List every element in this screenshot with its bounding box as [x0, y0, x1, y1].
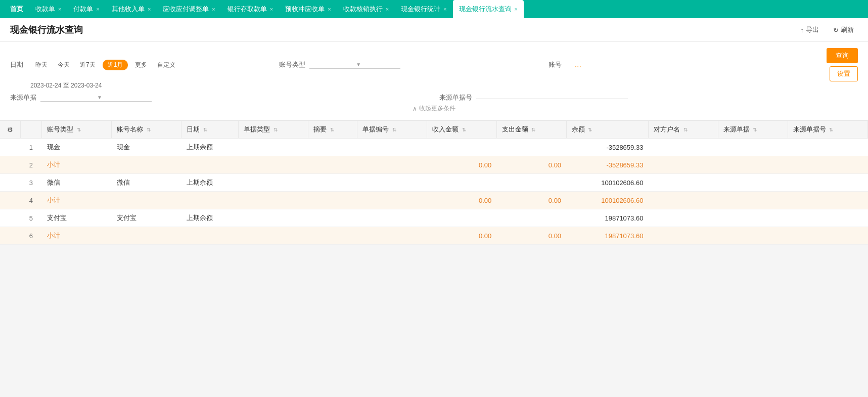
table-row[interactable]: 5支付宝支付宝上期余额19871073.60 [0, 209, 868, 227]
date-btn-custom[interactable]: 自定义 [154, 60, 178, 70]
col-source-doc-no[interactable]: 来源单据号 ⇅ [788, 121, 867, 139]
table-row[interactable]: 3微信微信上期余额100102606.60 [0, 174, 868, 192]
collapse-label: 收起更多条件 [419, 104, 455, 113]
col-doc-type[interactable]: 单据类型 ⇅ [239, 121, 308, 139]
cell-income [427, 209, 496, 227]
sort-icon-2: ⇅ [147, 127, 151, 133]
cell-doc-no [357, 209, 427, 227]
chevron-up-icon: ∧ [413, 105, 417, 112]
collapse-bar[interactable]: ∧ 收起更多条件 [10, 102, 858, 116]
date-btn-7days[interactable]: 近7天 [77, 60, 99, 70]
close-icon[interactable]: × [148, 6, 151, 12]
nav-tab-8[interactable]: 现金银行流水查询 × [453, 0, 524, 18]
table-row[interactable]: 2小计0.000.00-3528659.33 [0, 156, 868, 174]
col-account-name[interactable]: 账号名称 ⇅ [112, 121, 181, 139]
cell-date: 上期余额 [181, 209, 239, 227]
col-gear[interactable]: ⚙ [0, 121, 20, 139]
export-button[interactable]: ↑ 导出 [797, 23, 824, 36]
nav-home[interactable]: 首页 [4, 0, 29, 18]
close-icon[interactable]: × [443, 6, 446, 12]
cell-expense [496, 139, 566, 156]
cell-summary [308, 227, 357, 245]
table-row[interactable]: 1现金现金上期余额-3528659.33 [0, 139, 868, 156]
nav-tab-5[interactable]: 预收冲应收单 × [279, 0, 337, 18]
date-btn-yesterday[interactable]: 昨天 [32, 60, 51, 70]
cell-source-doc [718, 156, 788, 174]
nav-tab-6[interactable]: 收款核销执行 × [337, 0, 395, 18]
close-icon[interactable]: × [212, 6, 215, 12]
source-doc-select[interactable]: ▼ [40, 94, 152, 102]
col-no [20, 121, 42, 139]
cell-income [427, 139, 496, 156]
date-shortcuts: 昨天 今天 近7天 近1月 更多 自定义 [32, 60, 178, 70]
date-filter: 日期 昨天 今天 近7天 近1月 更多 自定义 [10, 60, 269, 70]
cell-source-doc-no [788, 192, 867, 209]
close-icon[interactable]: × [270, 6, 273, 12]
col-source-doc[interactable]: 来源单据 ⇅ [718, 121, 788, 139]
nav-tab-2[interactable]: 其他收入单 × [106, 0, 157, 18]
cell-source-doc-no [788, 156, 867, 174]
source-doc-no-input[interactable] [476, 97, 628, 99]
col-doc-no-label: 单据编号 [362, 125, 389, 133]
cell-balance: -3528659.33 [566, 156, 648, 174]
cell-counterparty [648, 227, 718, 245]
col-balance[interactable]: 余额 ⇅ [566, 121, 648, 139]
chevron-down-icon: ▼ [356, 62, 396, 67]
account-type-select[interactable]: ▼ [309, 61, 400, 69]
cell-counterparty [648, 156, 718, 174]
cell-gear [0, 139, 20, 156]
nav-tab-4[interactable]: 银行存取款单 × [221, 0, 279, 18]
cell-doc-type [239, 192, 308, 209]
settings-button[interactable]: 设置 [830, 66, 858, 81]
cell-doc-no [357, 139, 427, 156]
cell-account-type: 小计 [42, 156, 112, 174]
cell-account-name [112, 156, 181, 174]
close-icon[interactable]: × [96, 6, 99, 12]
col-income[interactable]: 收入金额 ⇅ [427, 121, 496, 139]
sort-icon-12: ⇅ [829, 127, 833, 133]
col-doc-no[interactable]: 单据编号 ⇅ [357, 121, 427, 139]
close-icon[interactable]: × [58, 6, 61, 12]
close-icon[interactable]: × [515, 6, 518, 12]
sort-icon-5: ⇅ [330, 127, 334, 133]
cell-income: 0.00 [427, 227, 496, 245]
cell-source-doc [718, 209, 788, 227]
nav-bar: 首页 收款单 × 付款单 × 其他收入单 × 应收应付调整单 × 银行存取款单 … [0, 0, 868, 18]
date-btn-today[interactable]: 今天 [55, 60, 73, 70]
query-button[interactable]: 查询 [827, 48, 858, 63]
cell-balance: 100102606.60 [566, 192, 648, 209]
gear-icon: ⚙ [7, 126, 13, 134]
col-expense[interactable]: 支出金额 ⇅ [496, 121, 566, 139]
col-summary[interactable]: 摘要 ⇅ [308, 121, 357, 139]
cell-doc-no [357, 174, 427, 192]
close-icon[interactable]: × [328, 6, 331, 12]
nav-tab-0[interactable]: 收款单 × [29, 0, 67, 18]
account-no-label: 账号 [549, 60, 567, 69]
date-label: 日期 [10, 60, 28, 69]
nav-tab-3[interactable]: 应收应付调整单 × [157, 0, 221, 18]
cell-expense [496, 174, 566, 192]
date-btn-1month[interactable]: 近1月 [103, 60, 128, 70]
col-counterparty-label: 对方户名 [654, 125, 680, 133]
cell-source-doc-no [788, 174, 867, 192]
account-no-dots[interactable]: ... [571, 60, 585, 69]
cell-account-type: 小计 [42, 192, 112, 209]
cell-balance: 100102606.60 [566, 174, 648, 192]
nav-tab-7[interactable]: 现金银行统计 × [395, 0, 452, 18]
nav-tab-1[interactable]: 付款单 × [67, 0, 105, 18]
refresh-button[interactable]: ↻ 刷新 [829, 23, 858, 36]
cell-date: 上期余额 [181, 139, 239, 156]
cell-account-type: 小计 [42, 227, 112, 245]
col-counterparty[interactable]: 对方户名 ⇅ [648, 121, 718, 139]
date-btn-more[interactable]: 更多 [132, 60, 150, 70]
table-row[interactable]: 6小计0.000.0019871073.60 [0, 227, 868, 245]
cell-account-name: 支付宝 [112, 209, 181, 227]
close-icon[interactable]: × [386, 6, 389, 12]
cell-doc-type [239, 227, 308, 245]
cell-account-name [112, 227, 181, 245]
col-account-type[interactable]: 账号类型 ⇅ [42, 121, 112, 139]
cell-no: 6 [20, 227, 42, 245]
col-date[interactable]: 日期 ⇅ [181, 121, 239, 139]
table-row[interactable]: 4小计0.000.00100102606.60 [0, 192, 868, 209]
cell-income: 0.00 [427, 156, 496, 174]
